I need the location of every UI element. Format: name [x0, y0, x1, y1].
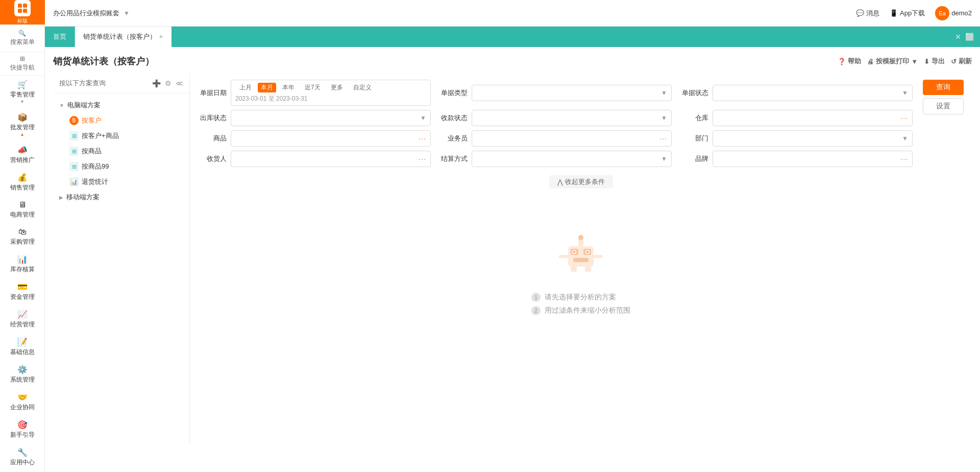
- sidebar-item-sales-label: 销售管理: [10, 183, 35, 192]
- filter-item-status: 单据状态 ▼: [680, 80, 913, 106]
- date-tab-last7[interactable]: 近7天: [301, 82, 325, 93]
- tree-child-by-product99[interactable]: ⊞ 按商品99: [63, 159, 189, 174]
- filter-item-settlement: 结算方式 ▼: [439, 151, 672, 167]
- app-download-btn[interactable]: 📱 App下载: [890, 9, 925, 18]
- close-window-icon[interactable]: ✕: [955, 33, 961, 41]
- page-header: 销货单统计表（按客户） ❓ 帮助 🖨 按模板打印 ▼ ⬇ 导出: [53, 55, 972, 67]
- product-dots-icon: ···: [419, 134, 426, 143]
- collapse-row: ⋀ 收起更多条件: [198, 171, 964, 193]
- salesperson-control[interactable]: ···: [472, 130, 672, 147]
- search-menu-btn[interactable]: 🔍 搜索菜单: [0, 25, 44, 52]
- user-initials: Ea: [939, 10, 946, 16]
- query-button[interactable]: 查询: [923, 80, 964, 95]
- date-tab-last-month[interactable]: 上月: [235, 82, 256, 93]
- refresh-btn[interactable]: ↺ 刷新: [951, 57, 972, 66]
- tree-child-by-product[interactable]: ⊞ 按商品: [63, 144, 189, 159]
- sidebar-item-marketing-label: 营销推广: [10, 156, 35, 164]
- basic-icon: 📝: [17, 337, 28, 347]
- salesperson-dots-icon: ···: [659, 134, 667, 143]
- settlement-arrow-icon: ▼: [661, 155, 667, 162]
- status-filter-control[interactable]: ▼: [713, 85, 913, 101]
- out-status-control[interactable]: ▼: [231, 110, 431, 126]
- sidebar-item-retail[interactable]: 🛒 零售管理 ▼: [0, 76, 44, 108]
- sidebar-item-wholesale-label: 批发管理: [10, 123, 35, 132]
- appstore-icon: 🔧: [17, 447, 28, 457]
- dept-control[interactable]: ▼: [713, 130, 913, 147]
- collapse-up-icon: ⋀: [557, 178, 563, 186]
- tree-parent-mobile[interactable]: ▶ 移动端方案: [53, 190, 189, 205]
- grid-icon: ⊞: [20, 55, 25, 62]
- tab-sales-stat[interactable]: 销货单统计表（按客户） ×: [75, 27, 172, 47]
- sidebar-item-operation[interactable]: 📈 经营管理: [0, 305, 44, 333]
- svg-rect-0: [18, 4, 22, 8]
- collapse-btn[interactable]: ⋀ 收起更多条件: [549, 175, 613, 188]
- tree-child-by-product-label: 按商品: [82, 147, 102, 156]
- settings-button[interactable]: 设置: [923, 98, 964, 114]
- sidebar-item-wholesale[interactable]: 📦 批发管理 ▲: [0, 108, 44, 141]
- sidebar-item-inventory-label: 库存核算: [10, 265, 35, 274]
- date-tab-custom[interactable]: 自定义: [349, 82, 376, 93]
- sidebar-item-purchase-label: 采购管理: [10, 238, 35, 246]
- sidebar-item-inventory[interactable]: 📊 库存核算: [0, 250, 44, 278]
- sidebar-item-basic[interactable]: 📝 基础信息: [0, 333, 44, 361]
- tree-child-by-customer-product[interactable]: ⊞ 按客户+商品: [63, 128, 189, 144]
- print-btn[interactable]: 🖨 按模板打印 ▼: [867, 57, 918, 66]
- sidebar-item-corp[interactable]: 🤝 企业协同: [0, 388, 44, 416]
- receiver-control[interactable]: ···: [231, 151, 431, 167]
- date-tab-this-year[interactable]: 本年: [278, 82, 299, 93]
- tab-home[interactable]: 首页: [45, 27, 75, 47]
- type-filter-control[interactable]: ▼: [472, 85, 672, 101]
- sidebar-item-sales[interactable]: 💰 销售管理: [0, 169, 44, 196]
- settings-scheme-btn[interactable]: ⚙: [165, 79, 172, 87]
- tree-parent-pc[interactable]: ▼ 电脑端方案: [53, 98, 189, 113]
- tab-close-btn[interactable]: ×: [159, 33, 163, 40]
- sidebar-item-basic-label: 基础信息: [10, 348, 35, 357]
- help-icon: ❓: [838, 58, 846, 65]
- date-tab-more[interactable]: 更多: [327, 82, 347, 93]
- by-customer-icon: 客: [69, 116, 79, 125]
- receiver-dots-icon: ···: [419, 155, 426, 163]
- out-status-arrow-icon: ▼: [420, 114, 426, 122]
- search-label: 搜索菜单: [10, 38, 35, 46]
- date-filter-control[interactable]: 上月 本月 本年 近7天 更多 自定义 2023-03-01 至 2023-03…: [231, 80, 431, 106]
- sidebar-item-appstore-label: 应用中心: [10, 458, 35, 467]
- tree-child-return-stat-label: 退货统计: [82, 177, 108, 186]
- sidebar-item-finance[interactable]: 💳 资金管理: [0, 278, 44, 305]
- quick-nav-btn[interactable]: ⊞ 快捷导航: [0, 52, 44, 76]
- left-panel-header: 按以下方案查询 ➕ ⚙ ≪: [53, 74, 189, 93]
- tree-child-return-stat[interactable]: 📊 退货统计: [63, 174, 189, 190]
- sidebar-item-appstore[interactable]: 🔧 应用中心: [0, 443, 44, 471]
- user-profile-btn[interactable]: Ea demo2: [935, 6, 972, 20]
- sidebar-item-marketing[interactable]: 📣 营销推广: [0, 141, 44, 169]
- maximize-window-icon[interactable]: ⬜: [965, 33, 974, 41]
- collapse-panel-btn[interactable]: ≪: [176, 79, 183, 87]
- sidebar-item-purchase[interactable]: 🛍 采购管理: [0, 223, 44, 250]
- warehouse-label: 仓库: [680, 113, 708, 123]
- product-control[interactable]: ···: [231, 130, 431, 147]
- filter-item-salesperson: 业务员 ···: [439, 130, 672, 147]
- add-scheme-btn[interactable]: ➕: [152, 79, 161, 87]
- sidebar-item-ecom[interactable]: 🖥 电商管理: [0, 196, 44, 223]
- sidebar: 标版 🔍 搜索菜单 ⊞ 快捷导航 🛒 零售管理 ▼ 📦 批发管理 ▲ 📣 营销推…: [0, 0, 45, 472]
- active-tab-label: 销货单统计表（按客户）: [83, 32, 156, 41]
- chevron-up-icon: ▲: [20, 132, 24, 137]
- sidebar-item-guide[interactable]: 🎯 新手引导: [0, 416, 44, 443]
- svg-point-10: [573, 251, 575, 253]
- brand-control[interactable]: ···: [713, 151, 913, 167]
- date-tab-this-month[interactable]: 本月: [258, 83, 276, 92]
- empty-icon: [550, 223, 611, 285]
- app-download-label: App下载: [900, 9, 925, 18]
- marketing-icon: 📣: [17, 145, 28, 155]
- tree-child-by-customer[interactable]: 客 按客户: [63, 113, 189, 128]
- help-btn[interactable]: ❓ 帮助: [838, 57, 861, 66]
- pay-status-control[interactable]: ▼: [472, 110, 672, 126]
- sidebar-item-system[interactable]: ⚙️ 系统管理: [0, 361, 44, 388]
- sales-icon: 💰: [17, 173, 28, 182]
- settlement-control[interactable]: ▼: [472, 151, 672, 167]
- search-icon: 🔍: [18, 30, 26, 37]
- message-btn[interactable]: 💬 消息: [856, 9, 879, 18]
- tree-child-by-product99-label: 按商品99: [82, 162, 109, 171]
- two-panel-layout: 按以下方案查询 ➕ ⚙ ≪ ▼ 电脑端方案: [53, 74, 972, 443]
- export-btn[interactable]: ⬇ 导出: [924, 57, 945, 66]
- warehouse-control[interactable]: ···: [713, 110, 913, 126]
